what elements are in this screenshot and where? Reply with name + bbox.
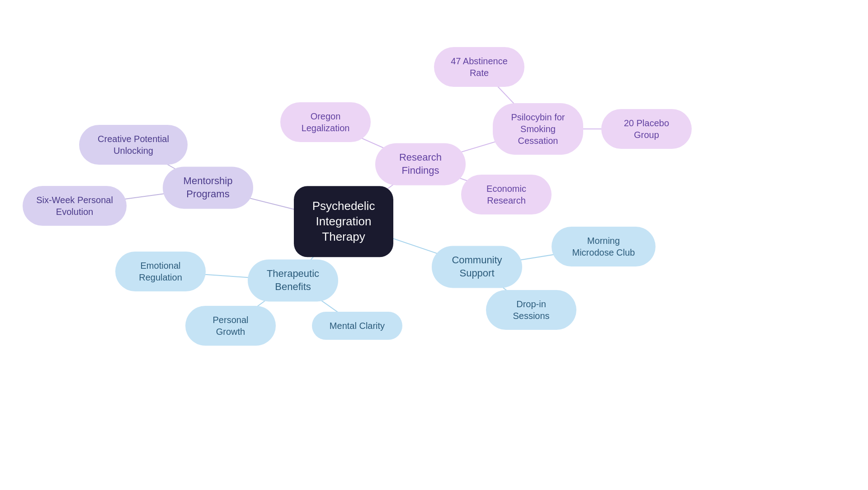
mental-clarity-node[interactable]: Mental Clarity bbox=[312, 312, 402, 340]
emotional-regulation-node[interactable]: Emotional Regulation bbox=[115, 252, 206, 291]
psilocybin-smoking-node[interactable]: Psilocybin for Smoking Cessation bbox=[493, 103, 583, 155]
mind-map-svg bbox=[0, 0, 868, 490]
six-week-node[interactable]: Six-Week Personal Evolution bbox=[23, 186, 127, 226]
mentorship-programs-node[interactable]: Mentorship Programs bbox=[163, 167, 253, 209]
placebo-group-node[interactable]: 20 Placebo Group bbox=[601, 109, 692, 149]
morning-microdose-node[interactable]: Morning Microdose Club bbox=[552, 227, 656, 266]
drop-in-sessions-node[interactable]: Drop-in Sessions bbox=[486, 290, 576, 330]
center-node[interactable]: Psychedelic Integration Therapy bbox=[294, 186, 393, 257]
abstinence-rate-node[interactable]: 47 Abstinence Rate bbox=[434, 47, 524, 87]
research-findings-node[interactable]: Research Findings bbox=[375, 143, 466, 185]
creative-potential-node[interactable]: Creative Potential Unlocking bbox=[79, 125, 188, 165]
personal-growth-node[interactable]: Personal Growth bbox=[185, 306, 276, 346]
therapeutic-benefits-node[interactable]: Therapeutic Benefits bbox=[248, 259, 338, 301]
economic-research-node[interactable]: Economic Research bbox=[461, 175, 552, 214]
community-support-node[interactable]: Community Support bbox=[432, 246, 522, 288]
oregon-legalization-node[interactable]: Oregon Legalization bbox=[280, 102, 371, 142]
